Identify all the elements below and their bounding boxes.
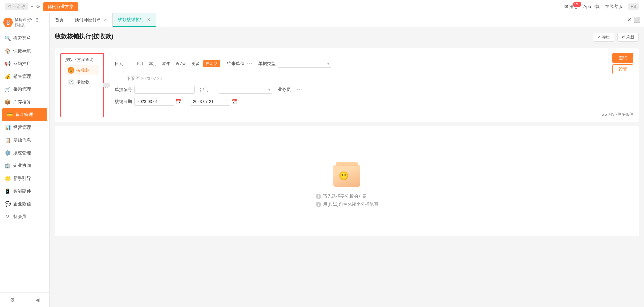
tab-bar-actions: ✕ ⬜ — [624, 13, 644, 27]
refresh-icon: ↺ — [622, 35, 625, 39]
filter-row-1: 日期 上月 本月 本年 近7天 更多 自定义 — [115, 53, 633, 74]
top-bar: 企业名称 ▾ ⚙ 休闲行业方案 ✉ 99+ 消息 App下载 在线客服 Rit — [0, 0, 644, 13]
empty-hint-1: 1 请先选择要分析的方案 — [316, 193, 378, 199]
doc-type-select[interactable] — [278, 60, 331, 68]
tab-prepay-close-icon[interactable]: ✕ — [104, 18, 107, 22]
tab-receipt-label: 收款核销执行 — [118, 17, 144, 23]
date-tab-7days[interactable]: 近7天 — [174, 60, 188, 67]
newbie-icon: 🌟 — [5, 175, 11, 182]
search-icon: 🔍 — [5, 35, 11, 41]
online-service[interactable]: 在线客服 — [605, 4, 623, 10]
tab-bar: 首页 预付冲应付单 ✕ 收款核销执行 ✕ ✕ ⬜ — [50, 13, 644, 27]
page-title: 收款核销执行(按收款) — [55, 32, 113, 40]
sidebar-item-inventory[interactable]: 📦 库存核算 — [0, 96, 49, 108]
close-tab-icon[interactable]: ✕ — [627, 17, 631, 23]
sidebar-item-enterprise[interactable]: 🏢 企业协同 — [0, 159, 49, 172]
empty-num-2: 2 — [316, 202, 321, 207]
query-button[interactable]: 查询 — [612, 53, 633, 63]
query-type-by-receipt[interactable]: 💰 按收款 — [65, 65, 99, 75]
app-download[interactable]: App下载 — [583, 4, 600, 10]
vip-icon: V — [5, 214, 11, 219]
tab-prepay-offset[interactable]: 预付冲应付单 ✕ — [69, 13, 113, 27]
purchase-icon: 🛒 — [5, 86, 11, 92]
doc-no-input[interactable] — [134, 86, 195, 94]
solution-button[interactable]: 休闲行业方案 — [43, 2, 78, 11]
user-avatar[interactable]: Rit — [628, 3, 639, 10]
tab-home[interactable]: 首页 — [50, 13, 69, 27]
offset-date-end-input[interactable] — [190, 98, 230, 106]
filter-fields: 日期 上月 本月 本年 近7天 更多 自定义 — [115, 53, 633, 117]
sidebar-label-purchase: 采购管理 — [13, 86, 31, 92]
sidebar-item-purchase[interactable]: 🛒 采购管理 — [0, 83, 49, 96]
query-type-collapse-btn[interactable]: 《 — [103, 83, 110, 87]
refresh-label: 刷新 — [626, 34, 634, 40]
dept-select[interactable] — [219, 86, 272, 94]
date-custom-badge[interactable]: 自定义 — [203, 60, 220, 67]
collapse-more-btn[interactable]: ∧∧ 收起更多条件 — [115, 110, 633, 117]
sidebar-item-business[interactable]: 📊 经营管理 — [0, 121, 49, 134]
maximize-icon[interactable]: ⬜ — [634, 17, 641, 23]
sidebar-item-vip[interactable]: V 畅会员 — [0, 210, 49, 223]
tab-receipt-close-icon[interactable]: ✕ — [147, 17, 150, 22]
offset-date-filter-item: 核销日期 📅 — 📅 — [115, 98, 237, 106]
counterparty-select-dots[interactable]: ··· — [247, 61, 253, 67]
date-tab-more[interactable]: 更多 — [190, 60, 202, 67]
gear-icon[interactable]: ⚙ — [36, 3, 40, 10]
query-type-by-receivable[interactable]: 🕐 按应收 — [65, 77, 99, 87]
logo-sub: 标准版 — [15, 23, 39, 28]
brand-placeholder: 企业名称 — [5, 3, 28, 10]
settings-button[interactable]: 设置 — [612, 64, 633, 74]
business-icon: 📊 — [5, 124, 11, 131]
sidebar-item-quick-nav[interactable]: 🏠 快捷导航 — [0, 45, 49, 57]
date-tab-this-month[interactable]: 本月 — [147, 60, 159, 67]
sidebar-label-sales: 销售管理 — [13, 73, 31, 80]
tab-receipt-offset[interactable]: 收款核销执行 ✕ — [113, 13, 156, 27]
staff-label: 业务员 — [278, 87, 294, 93]
home-icon: 🏠 — [5, 48, 11, 54]
sidebar-item-search-menu[interactable]: 🔍 搜索菜单 — [0, 32, 49, 45]
date-dash: — — [183, 99, 188, 104]
empty-dots-icon: ··· — [360, 154, 366, 161]
sidebar-item-marketing[interactable]: 📢 营销推广 — [0, 57, 49, 70]
receivable-icon: 🕐 — [68, 79, 74, 85]
offset-date-start-input[interactable] — [134, 98, 174, 106]
collapse-chevron-icon: ∧∧ — [602, 112, 608, 117]
date-tab-last-month[interactable]: 上月 — [133, 60, 146, 67]
inventory-icon: 📦 — [5, 99, 11, 105]
settings-bottom-icon[interactable]: ⚙ — [7, 295, 17, 304]
sidebar-item-sales[interactable]: 💰 销售管理 — [0, 70, 49, 83]
basic-info-icon: 📋 — [5, 137, 11, 143]
sidebar-label-inventory: 库存核算 — [13, 99, 31, 105]
date-tab-this-year[interactable]: 本年 — [160, 60, 172, 67]
sidebar-logo: 🐰 畅捷通好生意 标准版 — [0, 13, 49, 32]
empty-hint-2: 2 用[过滤]条件来缩小分析范围 — [316, 201, 378, 207]
empty-face-icon: 😶 — [339, 172, 349, 180]
date-nolimit-text: 不限 至 2023-07-26 — [127, 76, 162, 81]
staff-select-dots[interactable]: ··· — [297, 87, 303, 93]
export-button[interactable]: ↗ 导出 — [593, 33, 614, 42]
empty-illustration: 😶 ··· — [330, 153, 364, 187]
counterparty-label: 往来单位 — [227, 61, 245, 67]
date-end-calendar-icon[interactable]: 📅 — [231, 99, 237, 104]
date-start-calendar-icon[interactable]: 📅 — [176, 99, 181, 104]
refresh-button[interactable]: ↺ 刷新 — [617, 33, 639, 42]
sidebar-label-enterprise: 企业协同 — [13, 163, 31, 169]
empty-hint-2-text: 用[过滤]条件来缩小分析范围 — [323, 201, 378, 207]
collapse-sidebar-icon[interactable]: ◀ — [33, 295, 42, 304]
sidebar-item-newbie[interactable]: 🌟 新手引导 — [0, 172, 49, 185]
brand-dropdown-icon[interactable]: ▾ — [31, 4, 33, 9]
sidebar-item-wechat[interactable]: 💬 企业微信 — [0, 198, 49, 210]
sidebar-label-quick-nav: 快捷导航 — [13, 48, 31, 54]
sidebar-item-finance[interactable]: 💳 资金管理 — [2, 108, 47, 121]
sidebar-item-basic-info[interactable]: 📋 基础信息 — [0, 134, 49, 147]
sidebar-item-smart-hw[interactable]: 📱 智能硬件 — [0, 185, 49, 198]
tab-home-label: 首页 — [55, 17, 64, 23]
content-area: 首页 预付冲应付单 ✕ 收款核销执行 ✕ ✕ ⬜ 收款核销执行(按收款) ↗ — [50, 13, 644, 307]
message-wrap[interactable]: ✉ 99+ 消息 — [564, 4, 578, 10]
page-content: 收款核销执行(按收款) ↗ 导出 ↺ 刷新 按以 — [50, 27, 644, 307]
sidebar-label-search-menu: 搜索菜单 — [13, 35, 31, 41]
query-type-receipt-label: 按收款 — [76, 67, 90, 73]
message-badge: 99+ — [573, 2, 581, 7]
sidebar-label-smart-hw: 智能硬件 — [13, 188, 31, 194]
sidebar-item-system[interactable]: ⚙️ 系统管理 — [0, 147, 49, 159]
